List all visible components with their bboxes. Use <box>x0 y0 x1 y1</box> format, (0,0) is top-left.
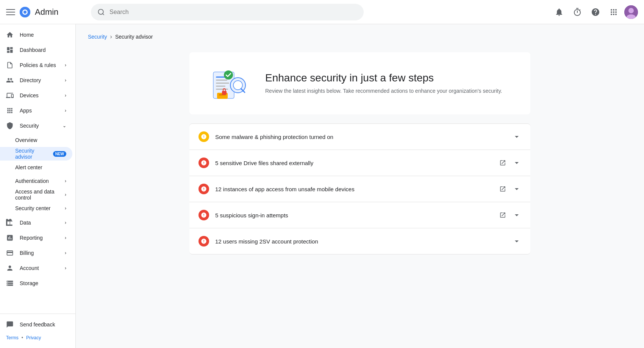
breadcrumb-separator: › <box>110 33 112 40</box>
error-icon <box>199 184 209 194</box>
svg-rect-13 <box>216 89 228 90</box>
data-icon <box>6 219 14 226</box>
menu-button[interactable] <box>6 8 15 17</box>
sidebar-subitem-label: Alert center <box>15 164 42 170</box>
sidebar-item-account[interactable]: Account › <box>0 261 72 276</box>
sidebar-subitem-overview[interactable]: Overview <box>0 133 72 147</box>
notifications-button[interactable] <box>552 5 567 20</box>
sidebar-subitem-label: Overview <box>15 137 37 143</box>
external-link-icon <box>499 186 506 192</box>
svg-rect-20 <box>222 91 227 95</box>
chevron-right-icon: › <box>65 178 66 184</box>
security-item-sign-in[interactable]: 5 suspicious sign-in attempts <box>189 202 530 228</box>
sidebar-item-label: Reporting <box>20 235 43 241</box>
svg-rect-11 <box>216 83 229 84</box>
help-button[interactable] <box>588 5 603 20</box>
breadcrumb-current: Security advisor <box>115 34 153 40</box>
sidebar-item-directory[interactable]: Directory › <box>0 73 72 88</box>
apps-grid-button[interactable] <box>606 5 621 20</box>
sidebar-subitem-label: Security center <box>15 205 50 211</box>
sidebar-subitem-label: Security advisor <box>15 148 50 160</box>
topbar-left: Admin <box>6 7 82 17</box>
avatar[interactable] <box>624 5 638 19</box>
policies-icon <box>6 61 14 69</box>
svg-line-4 <box>103 13 104 15</box>
apps-icon <box>6 107 14 114</box>
security-item-text: 12 users missing 2SV account protection <box>215 238 506 245</box>
error-icon <box>199 236 209 247</box>
chevron-right-icon: › <box>65 93 66 98</box>
terms-link[interactable]: Terms <box>6 335 19 340</box>
error-icon <box>199 210 209 220</box>
breadcrumb-parent[interactable]: Security <box>88 34 107 40</box>
sidebar-item-label: Billing <box>20 250 34 256</box>
storage-icon <box>6 279 14 287</box>
sidebar-item-devices[interactable]: Devices › <box>0 88 72 103</box>
chevron-right-icon: › <box>65 78 66 83</box>
search-input[interactable] <box>109 9 357 16</box>
sidebar-subitem-security-advisor[interactable]: Security advisor NEW <box>0 147 72 161</box>
send-feedback-label: Send feedback <box>20 321 55 328</box>
sidebar: Home Dashboard Policies & rules › Direct… <box>0 24 76 348</box>
search-bar[interactable] <box>91 4 364 20</box>
security-item-text: 5 suspicious sign-in attempts <box>215 212 496 218</box>
svg-rect-10 <box>216 80 227 81</box>
send-feedback-button[interactable]: Send feedback <box>0 317 72 332</box>
sidebar-item-dashboard[interactable]: Dashboard <box>0 42 72 58</box>
sidebar-subitem-label: Access and data control <box>15 189 65 201</box>
hero-description: Review the latest insights below. Take r… <box>265 87 502 95</box>
sidebar-item-home[interactable]: Home <box>0 27 72 42</box>
sidebar-item-security[interactable]: Security ⌄ <box>0 118 72 133</box>
sidebar-subitem-access-data-control[interactable]: Access and data control › <box>0 188 72 201</box>
sidebar-item-policies[interactable]: Policies & rules › <box>0 58 72 73</box>
chevron-right-icon: › <box>65 265 66 271</box>
svg-point-2 <box>23 11 27 14</box>
sidebar-subitem-security-center[interactable]: Security center › <box>0 201 72 215</box>
chevron-right-icon: › <box>65 62 66 68</box>
svg-point-3 <box>98 9 103 14</box>
sidebar-item-billing[interactable]: Billing › <box>0 245 72 261</box>
privacy-link[interactable]: Privacy <box>26 335 41 340</box>
sidebar-item-apps[interactable]: Apps › <box>0 103 72 118</box>
security-item-app-access[interactable]: 12 instances of app access from unsafe m… <box>189 176 530 202</box>
chevron-right-icon: › <box>65 206 66 211</box>
expand-icon <box>512 237 521 246</box>
new-badge: NEW <box>53 151 66 157</box>
external-link-icon <box>499 212 506 218</box>
sidebar-item-label: Devices <box>20 92 39 98</box>
sidebar-item-label: Apps <box>20 108 32 114</box>
breadcrumb: Security › Security advisor <box>88 33 632 40</box>
sidebar-item-reporting[interactable]: Reporting › <box>0 230 72 245</box>
sidebar-subitem-alert-center[interactable]: Alert center <box>0 161 72 174</box>
topbar: Admin <box>0 0 644 24</box>
sidebar-item-storage[interactable]: Storage <box>0 276 72 291</box>
chevron-down-icon: ⌄ <box>63 123 66 128</box>
dashboard-icon <box>6 46 14 54</box>
security-item-text: 5 sensitive Drive files shared externall… <box>215 160 496 166</box>
sidebar-nav: Home Dashboard Policies & rules › Direct… <box>0 24 75 314</box>
sidebar-item-label: Policies & rules <box>20 62 56 68</box>
google-logo <box>20 7 30 17</box>
chevron-right-icon: › <box>65 108 66 113</box>
svg-point-6 <box>628 8 634 13</box>
security-item-text: 12 instances of app access from unsafe m… <box>215 186 496 192</box>
sidebar-footer: Send feedback Terms • Privacy <box>0 314 75 348</box>
search-icon <box>97 8 105 16</box>
security-item-2sv[interactable]: 12 users missing 2SV account protection <box>189 228 530 254</box>
chevron-right-icon: › <box>65 250 66 256</box>
devices-icon <box>6 92 14 99</box>
sidebar-item-data[interactable]: Data › <box>0 215 72 230</box>
external-link-icon <box>499 159 506 166</box>
sidebar-item-label: Dashboard <box>20 47 46 53</box>
timer-button[interactable] <box>570 5 585 20</box>
layout: Home Dashboard Policies & rules › Direct… <box>0 24 644 348</box>
security-item-drive-files[interactable]: 5 sensitive Drive files shared externall… <box>189 150 530 176</box>
terms-links: Terms • Privacy <box>0 332 75 343</box>
sidebar-subitem-authentication[interactable]: Authentication › <box>0 174 72 188</box>
expand-icon <box>512 132 521 141</box>
svg-rect-12 <box>216 86 225 87</box>
hero-title: Enhance security in just a few steps <box>265 72 502 84</box>
expand-icon <box>512 158 521 167</box>
hero-text: Enhance security in just a few steps Rev… <box>265 72 502 95</box>
security-item-malware[interactable]: Some malware & phishing protection turne… <box>189 123 530 150</box>
